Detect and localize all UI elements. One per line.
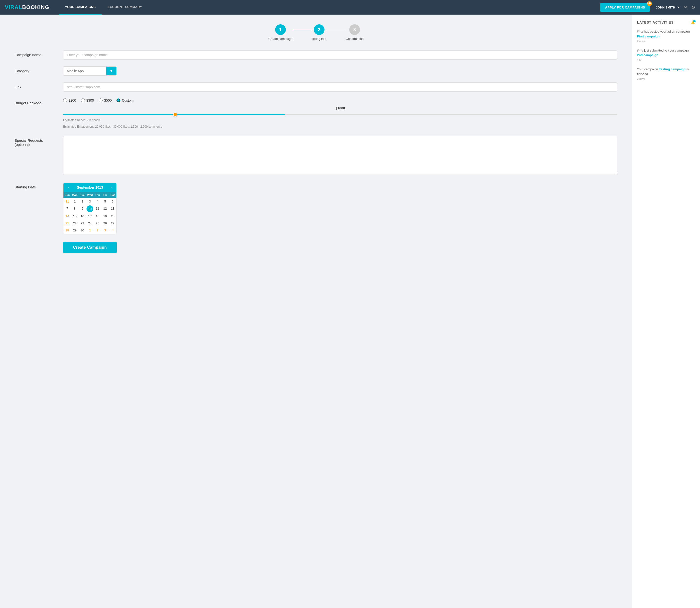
cal-cell-3-4[interactable]: 25 [94,220,101,227]
logo-viral: VIRAL [5,4,22,10]
cal-cell-1-5[interactable]: 12 [101,205,109,213]
budget-slider[interactable] [63,114,617,115]
category-select[interactable]: Mobile App ▼ [63,66,117,76]
step-2: 2 Billing info [312,24,326,41]
cal-cell-1-4[interactable]: 11 [94,205,101,213]
sidebar: LATEST ACTIVITIES 🔔 i***z has posted you… [632,15,700,608]
cal-cell-0-1[interactable]: 1 [71,198,78,205]
step-line-2-3 [326,30,346,30]
nav-tab-account-summary[interactable]: ACCOUNT SUMMARY [102,0,148,15]
link-input[interactable] [63,82,617,92]
budget-option-300[interactable]: $300 [81,98,94,102]
estimated-engagement: Estimated Engagement: 20,000 likes - 30,… [63,125,617,129]
budget-option-200[interactable]: $200 [63,98,76,102]
cal-day-sat: Sat [109,192,116,198]
cal-cell-3-5[interactable]: 26 [101,220,109,227]
link-group: Link [15,82,617,92]
cal-day-sun: Sun [63,192,71,198]
cal-cell-2-6[interactable]: 20 [109,213,116,220]
logo: VIRALBOOKING [5,4,49,11]
slider-value: $1000 [63,106,617,110]
cal-cell-3-0[interactable]: 21 [63,220,71,227]
stepper: 1 Create campaign 2 Billing info 3 Confi… [15,24,617,41]
cal-cell-2-3[interactable]: 17 [86,213,94,220]
cal-day-fri: Fri [101,192,109,198]
special-requests-label: Special Requests (optional) [15,136,63,147]
cal-cell-3-1[interactable]: 22 [71,220,78,227]
notification-bell[interactable]: 🔔 [691,20,695,24]
cal-cell-0-5[interactable]: 5 [101,198,109,205]
category-label: Category [15,66,63,73]
cal-cell-1-2[interactable]: 9 [78,205,86,213]
activity-2-campaign-link[interactable]: 2nd campaign [637,53,658,57]
budget-option-500[interactable]: $500 [99,98,112,102]
activity-1-user: i***z [637,30,643,33]
budget-options: $200 $300 $500 Custom [63,98,617,102]
campaign-name-group: Campaign name [15,50,617,60]
cal-cell-0-0[interactable]: 31 [63,198,71,205]
campaign-name-input[interactable] [63,50,617,60]
category-dropdown-button[interactable]: ▼ [106,66,116,75]
activity-2-user: t***s [637,49,643,52]
starting-date-label: Starting Date [15,183,63,189]
cal-cell-4-2[interactable]: 30 [78,227,86,234]
cal-cell-2-1[interactable]: 15 [71,213,78,220]
logo-booking: BOOKING [22,4,49,10]
activity-item-3: Your campaign Testing campaign is finish… [637,67,695,81]
starting-date-group: Starting Date ‹ September 2013 › Sun Mon… [15,183,617,234]
notification-badge: 999 [647,1,652,6]
calendar-prev-button[interactable]: ‹ [67,185,71,190]
cal-cell-4-4[interactable]: 2 [94,227,101,234]
cal-cell-4-1[interactable]: 29 [71,227,78,234]
calendar-next-button[interactable]: › [109,185,113,190]
cal-cell-4-6[interactable]: 4 [109,227,116,234]
cal-cell-2-5[interactable]: 19 [101,213,109,220]
cal-cell-1-6[interactable]: 13 [109,205,116,213]
campaign-name-label: Campaign name [15,50,63,57]
cal-week-2: 78910111213 [63,205,116,213]
special-requests-group: Special Requests (optional) [15,136,617,176]
category-group: Category Mobile App ▼ [15,66,617,76]
user-menu[interactable]: JOHN SMITH ▼ [656,5,680,9]
cal-cell-1-0[interactable]: 7 [63,205,71,213]
cal-cell-2-2[interactable]: 16 [78,213,86,220]
cal-cell-0-4[interactable]: 4 [94,198,101,205]
cal-cell-2-4[interactable]: 18 [94,213,101,220]
activity-1-time: 2 mins [637,39,695,43]
cal-cell-1-3[interactable]: 10 [86,205,93,212]
apply-for-campaigns-button[interactable]: APPLY FOR CAMPAIGNS 999 [600,3,650,12]
cal-cell-3-3[interactable]: 24 [86,220,94,227]
cal-cell-3-6[interactable]: 27 [109,220,116,227]
cal-week-3: 14151617181920 [63,213,116,220]
nav-tab-your-campaigns[interactable]: YOUR CAMPAIGNS [59,0,102,15]
cal-cell-4-0[interactable]: 28 [63,227,71,234]
special-requests-textarea[interactable] [63,136,617,175]
cal-cell-2-0[interactable]: 14 [63,213,71,220]
cal-cell-3-2[interactable]: 23 [78,220,86,227]
step-3-circle: 3 [349,24,360,35]
step-2-circle: 2 [314,24,325,35]
link-label: Link [15,82,63,89]
cal-cell-4-3[interactable]: 1 [86,227,94,234]
settings-icon[interactable]: ⚙ [691,5,695,10]
create-campaign-button[interactable]: Create Campaign [63,242,117,253]
estimated-reach: Estimated Reach: 7M people [63,118,617,122]
cal-cell-0-6[interactable]: 6 [109,198,116,205]
step-2-label: Billing info [312,37,326,41]
cal-cell-1-1[interactable]: 8 [71,205,78,213]
cal-cell-0-2[interactable]: 2 [78,198,86,205]
activity-3-campaign-link[interactable]: Testing campaign [659,67,686,71]
notification-dot [693,20,696,22]
cal-cell-4-5[interactable]: 3 [101,227,109,234]
mail-icon[interactable]: ✉ [684,5,687,10]
budget-group: Budget Package $200 $300 $500 [15,98,617,129]
main-layout: 1 Create campaign 2 Billing info 3 Confi… [0,15,700,608]
budget-slider-wrap: $1000 Estimated Reach: 7M people Estimat… [63,106,617,129]
cal-day-tue: Tue [78,192,86,198]
cal-cell-0-3[interactable]: 3 [86,198,94,205]
cal-week-5: 2829301234 [63,227,116,234]
activity-2-time: 1 hr [637,58,695,62]
activity-1-campaign-link[interactable]: First campaign [637,35,659,38]
budget-option-custom[interactable]: Custom [116,98,133,102]
cal-week-1: 31123456 [63,198,116,205]
